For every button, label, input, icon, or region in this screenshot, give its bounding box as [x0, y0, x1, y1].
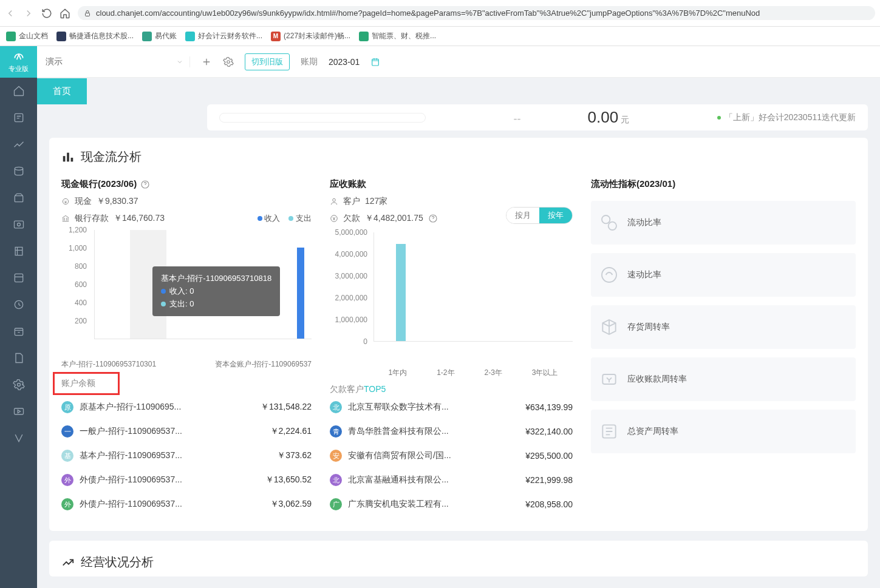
main-area: 演示 切到旧版 账期 2023-01 首页 -- 0.00元 [37, 46, 880, 588]
indicator-card[interactable]: 总资产周转率 [591, 410, 856, 453]
indicator-label: 存货周转率 [627, 322, 670, 333]
help-icon[interactable] [140, 180, 150, 189]
bookmark-item[interactable]: 智能票、财、税推... [359, 31, 436, 41]
x-label: 1-2年 [437, 368, 454, 378]
bookmark-item[interactable]: 好会计云财务软件... [185, 31, 262, 41]
sidebar-item[interactable] [0, 398, 37, 425]
top5-suffix: TOP5 [364, 384, 386, 394]
funds-icon [13, 165, 25, 177]
sidebar-item[interactable] [0, 184, 37, 211]
bookmark-label: (227封未读邮件)畅... [284, 31, 350, 41]
plus-icon[interactable] [201, 56, 212, 67]
account-row[interactable]: 原原基本户-招行-11090695...￥131,548.22 [61, 395, 312, 419]
toggle-year-button[interactable]: 按年 [539, 208, 572, 223]
bookmark-item[interactable]: M(227封未读邮件)畅... [271, 31, 350, 41]
indicator-card[interactable]: 速动比率 [591, 253, 856, 297]
svg-point-23 [609, 222, 616, 230]
sidebar-item[interactable] [0, 345, 37, 371]
calendar-icon[interactable] [370, 57, 380, 67]
sidebar-item[interactable] [0, 265, 37, 291]
period-label: 账期 [301, 56, 318, 67]
customer-row[interactable]: 广广东腾安机电安装工程有...¥208,958.00 [330, 492, 573, 516]
bookmark-item[interactable]: 畅捷通信息技术股... [56, 31, 134, 41]
back-icon[interactable] [5, 8, 16, 19]
v-icon [13, 432, 25, 444]
address-bar[interactable]: cloud.chanjet.com/accounting/uw1eb00zy96… [78, 6, 875, 20]
salary-icon [13, 218, 25, 231]
cash-column: 现金银行(2023/06) 现金 ￥9,830.37 银行存款 [61, 178, 312, 516]
news-ticker[interactable]: 「上新」好会计20230511迭代更新 [717, 112, 856, 123]
chart-bar [396, 244, 406, 341]
account-row[interactable]: 外外债户-招行-1109069537...￥13,650.52 [61, 468, 312, 492]
sidebar-item[interactable] [0, 238, 37, 265]
account-row[interactable]: 基基本户-招行-1109069537...￥373.62 [61, 444, 312, 468]
bookmark-item[interactable]: 易代账 [142, 31, 177, 41]
cash-bar-chart[interactable]: 1,200 1,000 800 600 400 200 [61, 230, 312, 357]
customer-badge-icon: 北 [330, 474, 342, 486]
sidebar-item[interactable] [0, 78, 37, 104]
panel-title: 经营状况分析 [81, 554, 154, 570]
svg-rect-13 [372, 59, 379, 66]
account-name: 外债户-招行-1109069537... [80, 499, 182, 510]
legend-in: 收入 [264, 214, 280, 223]
indicator-card[interactable]: 存货周转率 [591, 305, 856, 349]
customer-row[interactable]: 青青岛华胜普金科技有限公...¥322,140.00 [330, 419, 573, 444]
topbar: 演示 切到旧版 账期 2023-01 [37, 46, 880, 78]
cash-value: ￥9,830.37 [97, 196, 138, 207]
home-icon[interactable] [60, 8, 70, 19]
sidebar-item[interactable] [0, 291, 37, 318]
account-row[interactable]: 一一般户-招行-1109069537...￥2,224.61 [61, 419, 312, 444]
bookmark-label: 易代账 [155, 31, 177, 41]
sidebar: 专业版 [0, 46, 37, 588]
customer-name: 广东腾安机电安装工程有... [348, 499, 449, 510]
account-name: 一般户-招行-1109069537... [80, 426, 182, 437]
account-name: 基本户-招行-1109069537... [80, 450, 182, 461]
chevron-down-icon [176, 58, 183, 66]
sidebar-item[interactable] [0, 158, 37, 184]
content-scroll[interactable]: -- 0.00元 「上新」好会计20230511迭代更新 现金流分析 [37, 104, 880, 588]
tooltip-title: 基本户-招行-110906953710818 [161, 272, 271, 285]
sidebar-item[interactable] [0, 371, 37, 398]
sidebar-item[interactable] [0, 211, 37, 238]
forward-icon[interactable] [23, 8, 34, 19]
home-alt-icon [13, 85, 25, 97]
svg-marker-11 [18, 410, 20, 413]
indicator-card[interactable]: 流动比率 [591, 201, 856, 245]
asset-turnover-icon [599, 422, 619, 441]
chart-legend: 收入 支出 [258, 213, 312, 224]
panel-header: 现金流分析 [61, 149, 856, 165]
customer-row[interactable]: 北北京富基融通科技有限公...¥221,999.98 [330, 468, 573, 492]
period-toggle: 按月 按年 [506, 207, 573, 224]
video-icon [13, 405, 25, 417]
customer-row[interactable]: 北北京互帮联众数字技术有...¥634,139.99 [330, 395, 573, 419]
switch-version-button[interactable]: 切到旧版 [245, 53, 290, 70]
owe-value: ￥4,482,001.75 [365, 213, 423, 224]
owe-icon [330, 214, 338, 223]
gear-icon[interactable] [223, 56, 234, 67]
account-row[interactable]: 外外债户-招行-1109069537...￥3,062.59 [61, 492, 312, 516]
news-text: 「上新」好会计20230511迭代更新 [725, 112, 856, 123]
sidebar-item[interactable] [0, 318, 37, 345]
customer-row[interactable]: 安安徽有信商贸有限公司/国...¥295,500.00 [330, 444, 573, 468]
tab-home[interactable]: 首页 [37, 78, 87, 104]
sidebar-item[interactable] [0, 104, 37, 131]
receivable-bar-chart[interactable]: 5,000,000 4,000,000 3,000,000 2,000,000 … [330, 232, 573, 366]
coin-icon [61, 197, 70, 206]
indicator-card[interactable]: 应收账款周转率 [591, 357, 856, 401]
svg-point-2 [15, 167, 22, 170]
svg-rect-1 [15, 113, 22, 121]
voucher-icon [13, 112, 25, 124]
bookmark-item[interactable]: 金山文档 [6, 31, 48, 41]
sidebar-item[interactable] [0, 425, 37, 451]
cash-label: 现金 [75, 196, 92, 207]
app-logo[interactable]: 专业版 [0, 46, 37, 78]
indicator-label: 速动比率 [627, 269, 661, 280]
help-icon[interactable] [428, 214, 438, 223]
toggle-month-button[interactable]: 按月 [507, 208, 539, 223]
company-selector[interactable]: 演示 [46, 56, 190, 67]
url-text: cloud.chanjet.com/accounting/uw1eb00zy96… [96, 8, 760, 18]
refresh-icon[interactable] [41, 8, 52, 19]
account-value: ￥373.62 [277, 450, 312, 461]
sidebar-item[interactable] [0, 131, 37, 158]
account-name: 原基本户-招行-11090695... [80, 402, 181, 413]
